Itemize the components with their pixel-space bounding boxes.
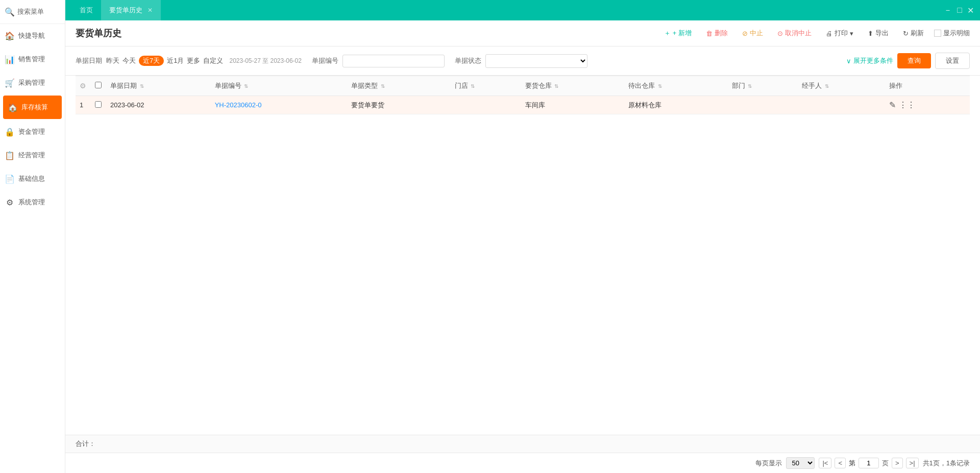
prev-page-button[interactable]: < — [835, 458, 846, 468]
topbar: 首页 要货单历史 ✕ － □ ✕ — [65, 0, 980, 20]
cell-action: ✎ ⋮⋮ — [885, 96, 970, 114]
select-all-checkbox[interactable] — [95, 82, 102, 88]
th-req-warehouse: 要货仓库 ⇅ — [521, 76, 624, 96]
filter-bar: 单据日期 昨天 今天 近7天 近1月 更多 自定义 2023-05-27 至 2… — [65, 46, 980, 76]
last-page-button[interactable]: >| — [906, 458, 919, 468]
date-opt-today[interactable]: 今天 — [122, 56, 136, 65]
sort-reqwh-icon[interactable]: ⇅ — [554, 83, 558, 89]
cell-pending-warehouse: 原材料仓库 — [624, 96, 727, 114]
print-button[interactable]: 🖨 打印 ▾ — [822, 27, 857, 40]
cell-handler — [798, 96, 885, 114]
next-page-button[interactable]: > — [892, 458, 903, 468]
th-action: 操作 — [885, 76, 970, 96]
table-settings-icon[interactable]: ⚙ — [80, 82, 86, 90]
cart-icon: 🛒 — [5, 78, 14, 87]
date-opt-custom[interactable]: 自定义 — [203, 56, 223, 65]
tab-close-icon[interactable]: ✕ — [148, 7, 153, 14]
bill-no-input[interactable] — [342, 55, 445, 67]
cell-req-warehouse: 车间库 — [521, 96, 624, 114]
edit-icon[interactable]: ✎ — [889, 100, 896, 110]
th-settings: ⚙ — [76, 76, 91, 96]
stop-icon: ⊘ — [742, 30, 748, 37]
more-icon[interactable]: ⋮⋮ — [899, 100, 915, 110]
new-button[interactable]: ＋ + 新增 — [660, 27, 696, 40]
cell-bill-no: YH-20230602-0 — [211, 96, 347, 114]
cell-check — [91, 96, 106, 114]
cancel-stop-button[interactable]: ⊙ 取消中止 — [773, 27, 816, 40]
total-info: 共1页，1条记录 — [923, 459, 970, 468]
cell-dept — [728, 96, 798, 114]
th-bill-type: 单据类型 ⇅ — [347, 76, 450, 96]
row-checkbox[interactable] — [95, 101, 102, 108]
sidebar-item-system[interactable]: ⚙ 系统管理 — [0, 191, 65, 214]
topbar-maximize-icon[interactable]: □ — [957, 6, 962, 15]
sidebar-item-label: 快捷导航 — [18, 31, 45, 40]
delete-button[interactable]: 🗑 删除 — [702, 27, 732, 40]
tab-home-label: 首页 — [80, 6, 93, 15]
sort-handler-icon[interactable]: ⇅ — [825, 83, 829, 89]
date-opt-7days[interactable]: 近7天 — [139, 56, 164, 66]
tab-history[interactable]: 要货单历史 ✕ — [101, 0, 161, 20]
page-number-input[interactable] — [859, 458, 879, 468]
date-options: 昨天 今天 近7天 近1月 更多 自定义 — [106, 56, 223, 66]
show-detail-checkbox[interactable] — [934, 30, 941, 37]
tab-home[interactable]: 首页 — [71, 0, 101, 20]
query-button[interactable]: 查询 — [897, 53, 931, 68]
doc-icon: 📄 — [5, 174, 14, 183]
delete-icon: 🗑 — [706, 30, 713, 37]
sidebar-item-purchase[interactable]: 🛒 采购管理 — [0, 71, 65, 94]
page-label-before: 第 — [849, 459, 855, 468]
expand-button[interactable]: ∨ 展开更多条件 — [846, 56, 893, 65]
sort-dept-icon[interactable]: ⇅ — [748, 83, 752, 89]
page-size-label: 每页显示 — [755, 459, 782, 468]
sidebar-item-label: 基础信息 — [18, 174, 45, 183]
date-opt-1month[interactable]: 近1月 — [167, 56, 184, 65]
pagination-bar: 每页显示 50 20 100 200 |< < 第 页 > >| 共1页，1条记… — [65, 453, 980, 473]
sidebar-item-label: 采购管理 — [18, 78, 45, 87]
print-dropdown-icon[interactable]: ▾ — [850, 30, 853, 37]
date-range-display: 2023-05-27 至 2023-06-02 — [229, 57, 301, 65]
page-label-after: 页 — [882, 459, 889, 468]
sidebar-item-basic[interactable]: 📄 基础信息 — [0, 167, 65, 191]
sidebar-item-inventory[interactable]: 🏠 库存核算 — [3, 96, 62, 119]
topbar-minimize-icon[interactable]: － — [944, 5, 952, 16]
filter-row-1: 单据日期 昨天 今天 近7天 近1月 更多 自定义 2023-05-27 至 2… — [76, 53, 970, 69]
sidebar-item-label: 资金管理 — [18, 127, 45, 136]
sidebar-item-finance[interactable]: 🔒 资金管理 — [0, 120, 65, 144]
search-icon: 🔍 — [5, 7, 14, 16]
gear-icon: ⚙ — [5, 198, 14, 207]
sidebar-item-sales[interactable]: 📊 销售管理 — [0, 48, 65, 71]
page-size-select[interactable]: 50 20 100 200 — [786, 457, 815, 469]
sidebar-item-quick-nav[interactable]: 🏠 快捷导航 — [0, 24, 65, 48]
topbar-close-icon[interactable]: ✕ — [967, 6, 974, 15]
bill-no-label: 单据编号 — [312, 56, 338, 65]
stop-button[interactable]: ⊘ 中止 — [738, 27, 767, 40]
search-menu[interactable]: 🔍 搜索菜单 — [0, 0, 65, 24]
export-icon: ⬆ — [868, 30, 873, 37]
sort-store-icon[interactable]: ⇅ — [471, 83, 475, 89]
first-page-button[interactable]: |< — [819, 458, 831, 468]
th-dept: 部门 ⇅ — [728, 76, 798, 96]
date-opt-yesterday[interactable]: 昨天 — [106, 56, 119, 65]
date-filter: 单据日期 昨天 今天 近7天 近1月 更多 自定义 2023-05-27 至 2… — [76, 56, 302, 66]
bill-no-link[interactable]: YH-20230602-0 — [215, 101, 262, 109]
th-bill-no: 单据编号 ⇅ — [211, 76, 347, 96]
settings-button[interactable]: 设置 — [935, 53, 970, 69]
date-opt-more[interactable]: 更多 — [187, 56, 200, 65]
delete-label: 删除 — [715, 29, 728, 38]
page-header: 要货单历史 ＋ + 新增 🗑 删除 ⊘ 中止 ⊙ 取消中止 — [65, 20, 980, 46]
sort-billno-icon[interactable]: ⇅ — [244, 83, 248, 89]
export-button[interactable]: ⬆ 导出 — [864, 27, 893, 40]
sidebar-item-operation[interactable]: 📋 经营管理 — [0, 144, 65, 167]
th-pending-warehouse: 待出仓库 ⇅ — [624, 76, 727, 96]
inventory-icon: 🏠 — [8, 103, 17, 112]
page-nav: |< < 第 页 > >| — [819, 458, 918, 468]
sort-billtype-icon[interactable]: ⇅ — [381, 83, 385, 89]
sort-pendingwh-icon[interactable]: ⇅ — [658, 83, 662, 89]
bill-no-filter: 单据编号 — [312, 55, 445, 67]
cell-bill-type: 要货单要货 — [347, 96, 450, 114]
refresh-button[interactable]: ↻ 刷新 — [899, 27, 928, 40]
sort-date-icon[interactable]: ⇅ — [140, 83, 144, 89]
status-select[interactable] — [485, 54, 587, 68]
footer-bar: 合计： — [65, 435, 980, 453]
